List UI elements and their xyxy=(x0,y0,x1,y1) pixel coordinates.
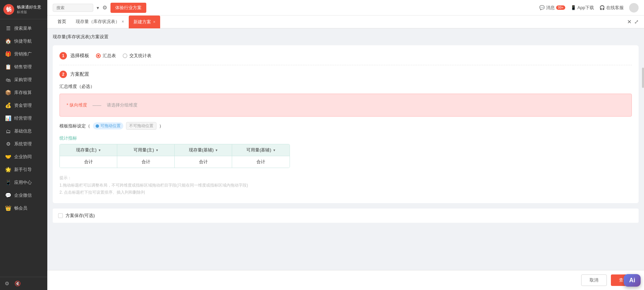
summary-dim-title: 汇总维度（必选） xyxy=(59,83,632,90)
main-area: ▾ ⚙ 体验行业方案 💬 消息 99+ 📱 App下载 🎧 在线客服 首页 xyxy=(47,0,644,290)
sidebar-item-wechat[interactable]: 💬企业微信 xyxy=(0,189,47,202)
sidebar-item-quick-nav[interactable]: 🏠快捷导航 xyxy=(0,35,47,48)
sidebar-item-search-menu[interactable]: ☰搜索菜单 xyxy=(0,22,47,35)
nav-label-search-menu: 搜索菜单 xyxy=(14,25,32,31)
step1-label: 选择模板 xyxy=(70,53,89,59)
stats-col-header-3[interactable]: 可用量(基辅)▾ xyxy=(232,144,290,156)
topbar-left: ▾ ⚙ 体验行业方案 xyxy=(53,3,146,13)
draggable-tag[interactable]: 可拖动位置 xyxy=(93,122,123,129)
tabs-expand-btn[interactable]: ⤢ xyxy=(634,19,639,25)
sidebar-nav: ☰搜索菜单🏠快捷导航🎁营销推广📋销售管理🛍采购管理📦库存核算💰资金管理📊经营管理… xyxy=(0,19,47,277)
radio-cross-label: 交叉统计表 xyxy=(129,53,151,59)
sidebar-item-coop[interactable]: 🤝企业协同 xyxy=(0,150,47,163)
radio-cross[interactable]: 交叉统计表 xyxy=(123,53,151,59)
tab-new-scheme[interactable]: 新建方案 × xyxy=(129,16,160,28)
tab-new-scheme-close[interactable]: × xyxy=(153,20,155,24)
save-checkbox[interactable] xyxy=(58,213,63,218)
messages-badge: 99+ xyxy=(556,5,565,10)
trial-btn[interactable]: 体验行业方案 xyxy=(110,3,146,13)
stats-col-header-cell-3[interactable]: 可用量(基辅)▾ xyxy=(232,144,290,156)
tips-section: 提示： 1.拖动标题栏可以调整布局，不可跨维度或指标区域拖动栏目字段(只能在同一… xyxy=(59,174,632,196)
search-input[interactable] xyxy=(53,4,93,12)
non-draggable-tag-label: 不可拖动位置 xyxy=(129,123,153,129)
tab-home-label: 首页 xyxy=(57,19,66,25)
sidebar-item-sales[interactable]: 📋销售管理 xyxy=(0,61,47,73)
messages-label: 消息 xyxy=(546,5,555,11)
dim-required-label: * 纵向维度 xyxy=(67,102,87,108)
stats-col-body-cell-3: 合计 xyxy=(232,156,290,168)
online-service-item[interactable]: 🎧 在线客服 xyxy=(599,5,624,11)
dim-dash: —— xyxy=(93,103,101,108)
divider-1 xyxy=(59,65,632,65)
messages-item[interactable]: 💬 消息 99+ xyxy=(539,5,565,11)
stats-col-header-1[interactable]: 可用量(主)▾ xyxy=(117,144,175,156)
stats-col-header-cell-2[interactable]: 现存量(基辅)▾ xyxy=(175,144,232,156)
stats-section-label: 统计指标 xyxy=(59,135,632,141)
nav-label-basic-info: 基础信息 xyxy=(14,128,32,134)
cancel-button[interactable]: 取消 xyxy=(581,274,607,286)
settings-icon[interactable]: ⚙ xyxy=(5,281,9,287)
sidebar-item-system[interactable]: ⚙系统管理 xyxy=(0,138,47,150)
tab-inventory-close[interactable]: × xyxy=(122,19,124,24)
radio-summary[interactable]: 汇总表 xyxy=(96,53,116,59)
nav-label-purchase: 采购管理 xyxy=(14,77,32,83)
page-content: 现存量(库存状况表)方案设置 1 选择模板 汇总表 交叉统计表 xyxy=(47,28,644,270)
radio-summary-label: 汇总表 xyxy=(103,53,116,59)
draggable-dot xyxy=(96,124,99,128)
nav-icon-system: ⚙ xyxy=(5,141,11,147)
dimension-area[interactable]: * 纵向维度 —— 请选择分组维度 xyxy=(59,94,632,117)
nav-icon-wechat: 💬 xyxy=(5,192,11,198)
logo-name: 畅康通好生意 xyxy=(17,4,41,10)
save-row: 方案保存(可选) xyxy=(53,209,639,223)
sidebar-item-member[interactable]: 👑畅会员 xyxy=(0,202,47,215)
sidebar-item-operation[interactable]: 📊经营管理 xyxy=(0,112,47,125)
sound-icon[interactable]: 🔇 xyxy=(15,281,21,287)
step1-row: 1 选择模板 汇总表 交叉统计表 xyxy=(59,52,632,59)
chevron-down-icon-1: ▾ xyxy=(156,148,158,152)
nav-label-sales: 销售管理 xyxy=(14,64,32,70)
nav-label-finance: 资金管理 xyxy=(14,102,32,108)
app-download-item[interactable]: 📱 App下载 xyxy=(571,5,594,11)
stats-table: 现存量(主)▾可用量(主)▾现存量(基辅)▾可用量(基辅)▾ 合计合计合计合计 xyxy=(59,144,290,168)
stats-col-body-cell-1: 合计 xyxy=(117,156,174,168)
headset-icon: 🎧 xyxy=(599,5,605,10)
non-draggable-tag: 不可拖动位置 xyxy=(126,122,156,130)
chevron-down-icon-0: ▾ xyxy=(99,148,101,152)
sidebar-item-app-center[interactable]: 📱应用中心 xyxy=(0,176,47,189)
topbar-gear-icon[interactable]: ⚙ xyxy=(102,4,107,11)
topbar: ▾ ⚙ 体验行业方案 💬 消息 99+ 📱 App下载 🎧 在线客服 xyxy=(47,0,644,16)
footer-bar: 取消 查询 xyxy=(47,270,644,290)
tab-inventory-status[interactable]: 现存量（库存状况表） × xyxy=(71,16,129,28)
indicator-settings-label: 模板指标设定（ 可拖动位置 不可拖动位置 ） xyxy=(59,122,632,130)
radio-cross-dot xyxy=(123,53,127,58)
tab-home[interactable]: 首页 xyxy=(53,16,71,28)
indicator-label-prefix: 模板指标设定（ xyxy=(59,123,90,129)
stats-col-header-0[interactable]: 现存量(主)▾ xyxy=(60,144,117,156)
nav-label-marketing: 营销推广 xyxy=(14,51,32,57)
nav-icon-finance: 💰 xyxy=(5,102,11,108)
config-section: 汇总维度（必选） * 纵向维度 —— 请选择分组维度 模板指标设定（ xyxy=(59,83,632,196)
sidebar-item-marketing[interactable]: 🎁营销推广 xyxy=(0,48,47,61)
stats-col-header-cell-1[interactable]: 可用量(主)▾ xyxy=(117,144,174,156)
sidebar-item-inventory[interactable]: 📦库存核算 xyxy=(0,86,47,99)
sidebar-item-purchase[interactable]: 🛍采购管理 xyxy=(0,73,47,86)
ai-float-button[interactable]: Ai xyxy=(624,274,641,287)
nav-icon-search-menu: ☰ xyxy=(5,25,11,31)
stats-col-header-2[interactable]: 现存量(基辅)▾ xyxy=(175,144,232,156)
chevron-down-icon-3: ▾ xyxy=(273,148,275,152)
tabs-close-btn[interactable]: ✕ xyxy=(627,19,631,25)
stats-col-header-cell-0[interactable]: 现存量(主)▾ xyxy=(60,144,117,156)
tab-inventory-label: 现存量（库存状况表） xyxy=(76,19,120,25)
page-title: 现存量(库存状况表)方案设置 xyxy=(53,34,639,40)
user-avatar[interactable] xyxy=(629,3,639,13)
sidebar-footer: ⚙ 🔇 xyxy=(0,277,47,290)
nav-label-operation: 经营管理 xyxy=(14,115,32,121)
right-scrollbar[interactable] xyxy=(642,68,644,88)
sidebar-item-finance[interactable]: 💰资金管理 xyxy=(0,99,47,112)
nav-label-app-center: 应用中心 xyxy=(14,179,32,186)
topbar-dropdown-btn[interactable]: ▾ xyxy=(97,5,99,10)
sidebar-item-newbie[interactable]: 🌟新手引导 xyxy=(0,163,47,176)
sidebar-logo: 畅 畅康通好生意 标准版 xyxy=(0,0,47,19)
draggable-tag-label: 可拖动位置 xyxy=(100,123,121,129)
sidebar-item-basic-info[interactable]: 🗂基础信息 xyxy=(0,125,47,138)
